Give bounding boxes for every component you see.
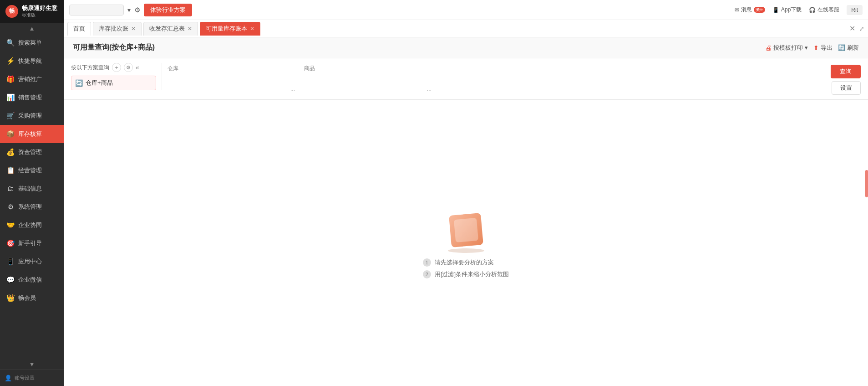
empty-box [449,213,483,247]
product-more-btn[interactable]: ··· [427,87,431,93]
refresh-btn[interactable]: 🔄 刷新 [838,44,859,52]
refresh-label: 刷新 [847,44,859,52]
sidebar-item-label-system: 系统管理 [18,203,42,211]
query-btn[interactable]: 查询 [831,65,861,78]
sidebar-item-sales[interactable]: 📊 销售管理 [0,88,64,107]
export-icon: ⬆ [813,44,819,51]
filter-actions-right: 查询 设置 [831,65,861,95]
filter-section-label: 按以下方案查询 + ⚙ « [71,63,156,72]
sidebar-item-label-finance: 资金管理 [18,148,42,156]
empty-illustration [443,207,489,253]
tab-batch-close[interactable]: ✕ [131,26,136,32]
print-dropdown-icon: ▾ [805,44,808,51]
export-btn[interactable]: ⬆ 导出 [813,44,832,52]
finance-icon: 💰 [6,148,15,156]
tab-home[interactable]: 首页 [67,22,91,36]
tab-available-label: 可用量库存账本 [206,25,247,33]
filter-config-btn[interactable]: ⚙ [124,63,133,72]
product-field: 商品 ··· [304,65,431,93]
print-label: 按模板打印 [773,44,803,52]
search-icon: 🔍 [6,39,15,47]
online-service-btn[interactable]: 🎧 在线客服 [809,6,839,14]
tabs-right: ✕ ⤢ [849,24,864,33]
sidebar-item-label-quick: 快捷导航 [18,57,42,65]
settings-btn[interactable]: 设置 [832,81,861,95]
sidebar-item-operations[interactable]: 📋 经营管理 [0,161,64,180]
sidebar-item-member[interactable]: 👑 畅会员 [0,289,64,307]
filter-collapse-btn[interactable]: « [136,64,139,71]
hint-num-1: 1 [423,258,431,267]
sidebar-item-basics[interactable]: 🗂 基础信息 [0,180,64,198]
refresh-icon: 🔄 [838,44,845,51]
sidebar-item-newbie[interactable]: 🎯 新手引导 [0,234,64,252]
filter-right: 仓库 ··· 商品 ··· 查询 设置 [168,63,861,95]
sidebar-item-system[interactable]: ⚙ 系统管理 [0,198,64,216]
sidebar-item-finance[interactable]: 💰 资金管理 [0,143,64,161]
app-logo: 畅 [5,5,18,18]
sidebar-item-inventory[interactable]: 📦 库存核算 [0,125,64,143]
empty-hint-1: 1 请先选择要分析的方案 [423,258,509,267]
window-expand-btn[interactable]: ⤢ [859,25,864,32]
sidebar-item-label-purchase: 采购管理 [18,112,42,120]
sidebar-item-label-basics: 基础信息 [18,185,42,193]
message-btn[interactable]: ✉ 消息 99+ [735,6,765,14]
empty-box-inner [453,218,478,242]
app-title: 畅康通好生意 [22,5,57,12]
message-badge: 99+ [754,7,765,13]
sidebar-footer[interactable]: 👤 账号设置 [0,370,64,386]
sidebar-item-purchase[interactable]: 🛒 采购管理 [0,107,64,125]
sidebar-scroll: 🔍 搜索菜单 ⚡ 快捷导航 🎁 营销推广 📊 销售管理 🛒 采购管理 📦 库存核… [0,34,64,359]
tab-available-close[interactable]: ✕ [250,26,254,32]
gear-btn[interactable]: ⚙ [134,6,140,14]
purchase-icon: 🛒 [6,112,15,120]
scroll-down-btn[interactable]: ▼ [0,359,64,370]
cooperation-icon: 🤝 [6,221,15,229]
filter-left: 按以下方案查询 + ⚙ « 🔄 仓库+商品 [71,63,162,90]
product-field-label: 商品 [304,65,431,72]
filter-add-btn[interactable]: + [112,63,121,72]
filter-scheme-label: 仓库+商品 [86,79,113,87]
sidebar-item-label-member: 畅会员 [18,294,36,302]
search-input[interactable] [69,5,124,15]
app-download-btn[interactable]: 📱 App下载 [772,6,802,14]
sidebar-item-cooperation[interactable]: 🤝 企业协同 [0,216,64,234]
apps-icon: 📱 [6,257,15,266]
tab-batch[interactable]: 库存批次账 ✕ [93,22,142,36]
basics-icon: 🗂 [6,185,15,192]
user-menu-btn[interactable]: Rit [847,5,863,15]
print-btn[interactable]: 🖨 按模板打印 ▾ [765,44,808,52]
service-label: 在线客服 [817,6,839,14]
product-input[interactable] [304,74,431,85]
filter-scheme-item[interactable]: 🔄 仓库+商品 [71,76,156,90]
hint-num-2: 2 [423,270,431,278]
tabs-bar: 首页 库存批次账 ✕ 收发存汇总表 ✕ 可用量库存账本 ✕ ✕ ⤢ [64,20,868,37]
scroll-up-btn[interactable]: ▲ [0,23,64,34]
export-label: 导出 [821,44,832,52]
scrollbar-indicator [865,170,868,197]
newbie-icon: 🎯 [6,239,15,247]
empty-hint-2: 2 用[过滤]条件来缩小分析范围 [423,270,509,278]
tab-available[interactable]: 可用量库存账本 ✕ [200,22,260,36]
system-icon: ⚙ [6,203,15,211]
printer-icon: 🖨 [765,44,772,51]
message-icon: ✉ [735,7,739,13]
tab-summary[interactable]: 收发存汇总表 ✕ [143,22,198,36]
sidebar-item-search[interactable]: 🔍 搜索菜单 [0,34,64,52]
app-title-wrap: 畅康通好生意 标准版 [22,5,57,18]
window-close-btn[interactable]: ✕ [849,24,855,33]
warehouse-more-btn[interactable]: ··· [290,87,295,93]
sidebar-item-quick[interactable]: ⚡ 快捷导航 [0,52,64,70]
dropdown-btn[interactable]: ▾ [127,6,131,14]
empty-hint-text-2: 用[过滤]条件来缩小分析范围 [435,270,509,278]
sidebar-item-label-cooperation: 企业协同 [18,221,42,229]
app-badge: 标准版 [22,12,57,18]
tab-batch-label: 库存批次账 [99,25,128,33]
sidebar-item-wechat[interactable]: 💬 企业微信 [0,271,64,289]
experience-btn[interactable]: 体验行业方案 [144,4,192,16]
sidebar-item-marketing[interactable]: 🎁 营销推广 [0,70,64,88]
warehouse-input[interactable] [168,74,295,85]
tab-summary-close[interactable]: ✕ [188,26,192,32]
sidebar-item-apps[interactable]: 📱 应用中心 [0,252,64,271]
topbar-right: ✉ 消息 99+ 📱 App下载 🎧 在线客服 Rit [735,5,863,15]
empty-hints: 1 请先选择要分析的方案 2 用[过滤]条件来缩小分析范围 [423,258,509,278]
